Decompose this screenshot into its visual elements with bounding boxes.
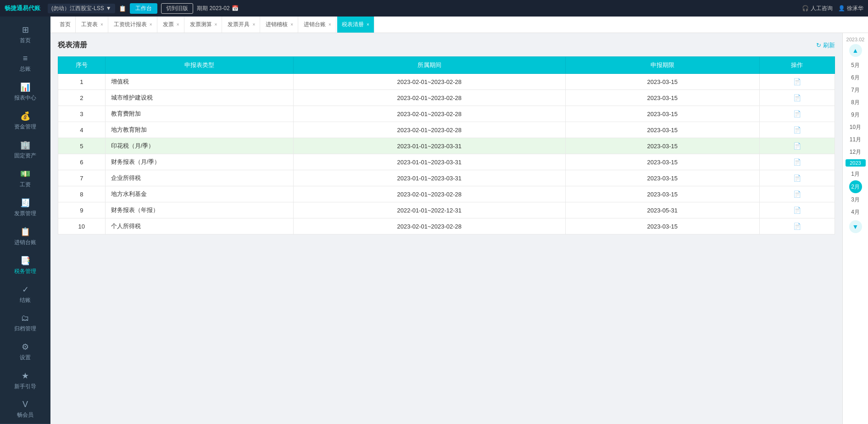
action-icon[interactable]: 📄 bbox=[793, 142, 801, 150]
cell-declare: 2023-03-15 bbox=[565, 90, 759, 106]
month-item[interactable]: 1月 bbox=[846, 168, 866, 180]
sidebar: ⊞首页≡总账📊报表中心💰资金管理🏢固定资产💵工资🧾发票管理📋进销台账📑税务管理✓… bbox=[0, 17, 50, 424]
page-content: 税表清册 ↻ 刷新 序号 申报表类型 所属期间 bbox=[50, 33, 868, 424]
company-selector[interactable]: (勿动）江西股宝-LSS ▼ bbox=[48, 4, 115, 13]
month-item[interactable]: 3月 bbox=[846, 194, 866, 206]
refresh-button[interactable]: ↻ 刷新 bbox=[816, 41, 835, 50]
cell-seq: 4 bbox=[58, 122, 106, 138]
cell-period: 2023-02-01~2023-02-28 bbox=[294, 218, 566, 234]
action-icon[interactable]: 📄 bbox=[793, 223, 801, 230]
tab-close-invoiceOpen[interactable]: × bbox=[252, 22, 255, 27]
month-active[interactable]: 2月 bbox=[849, 180, 862, 193]
sidebar-item-label: 固定资产 bbox=[14, 152, 36, 160]
table-row: 3 教育费附加 2023-02-01~2023-02-28 2023-03-15… bbox=[58, 106, 835, 122]
sidebar-item-report[interactable]: 📊报表中心 bbox=[0, 78, 50, 106]
tab-invoice[interactable]: 发票× bbox=[158, 17, 184, 33]
month-item[interactable]: 7月 bbox=[846, 84, 866, 96]
month-item[interactable]: 6月 bbox=[846, 72, 866, 84]
sidebar-item-label: 发票管理 bbox=[14, 210, 36, 218]
tab-close-salesCheck[interactable]: × bbox=[290, 22, 293, 27]
sidebar-item-label: 归档管理 bbox=[14, 325, 36, 333]
tab-payroll[interactable]: 工资表× bbox=[77, 17, 108, 33]
cell-period: 2023-02-01~2023-02-28 bbox=[294, 74, 566, 90]
action-icon[interactable]: 📄 bbox=[793, 190, 801, 198]
sidebar-item-archive[interactable]: 🗂归档管理 bbox=[0, 309, 50, 337]
action-icon[interactable]: 📄 bbox=[793, 158, 801, 166]
sidebar-item-ledger[interactable]: ≡总账 bbox=[0, 49, 50, 78]
sidebar-item-wage[interactable]: 💵工资 bbox=[0, 164, 50, 193]
sidebar-item-guide[interactable]: ★新手引导 bbox=[0, 366, 50, 395]
tab-label-invoiceCalc: 发票测算 bbox=[190, 21, 212, 28]
user-menu[interactable]: 👤 徐涿华 bbox=[838, 5, 863, 12]
month-item[interactable]: 11月 bbox=[846, 134, 866, 145]
sidebar-item-label: 首页 bbox=[20, 37, 31, 45]
main-layout: ⊞首页≡总账📊报表中心💰资金管理🏢固定资产💵工资🧾发票管理📋进销台账📑税务管理✓… bbox=[0, 17, 868, 424]
tab-salesCheck[interactable]: 进销稽核× bbox=[261, 17, 298, 33]
archive-icon: 🗂 bbox=[21, 313, 29, 323]
cell-type: 增值税 bbox=[105, 74, 293, 90]
copy-icon[interactable]: 📋 bbox=[119, 5, 126, 12]
tab-invoiceOpen[interactable]: 发票开具× bbox=[223, 17, 260, 33]
sidebar-item-settings[interactable]: ⚙设置 bbox=[0, 337, 50, 366]
cell-period: 2022-01-01~2022-12-31 bbox=[294, 202, 566, 218]
ledger-icon: ≡ bbox=[23, 54, 28, 63]
month-item[interactable]: 9月 bbox=[846, 109, 866, 121]
month-item[interactable]: 8月 bbox=[846, 96, 866, 108]
tab-taxClearance[interactable]: 税表清册× bbox=[337, 17, 374, 33]
scroll-down-button[interactable]: ▼ bbox=[849, 220, 862, 233]
tab-label-invoice: 发票 bbox=[163, 21, 174, 28]
table-row: 2 城市维护建设税 2023-02-01~2023-02-28 2023-03-… bbox=[58, 90, 835, 106]
tab-bar: 首页工资表×工资统计报表×发票×发票测算×发票开具×进销稽核×进销台账×税表清册… bbox=[50, 17, 868, 33]
cell-action: 📄 bbox=[759, 138, 835, 154]
tab-close-taxClearance[interactable]: × bbox=[367, 22, 369, 27]
asset-icon: 🏢 bbox=[20, 140, 30, 150]
right-panel: 2023.02 ▲ 5月6月7月8月9月10月11月12月20231月2月3月4… bbox=[842, 33, 868, 424]
sidebar-item-invoiceMgr[interactable]: 🧾发票管理 bbox=[0, 193, 50, 222]
cell-type: 个人所得税 bbox=[105, 218, 293, 234]
month-item[interactable]: 5月 bbox=[846, 59, 866, 71]
tab-close-invoiceCalc[interactable]: × bbox=[215, 22, 217, 27]
action-icon[interactable]: 📄 bbox=[793, 110, 801, 117]
sidebar-item-home[interactable]: ⊞首页 bbox=[0, 20, 50, 49]
tab-salesLedger[interactable]: 进销台账× bbox=[299, 17, 336, 33]
month-item[interactable]: 12月 bbox=[846, 146, 866, 158]
cell-action: 📄 bbox=[759, 186, 835, 202]
tab-home[interactable]: 首页 bbox=[55, 17, 76, 33]
sidebar-item-label: 总账 bbox=[20, 65, 31, 73]
table-row: 1 增值税 2023-02-01~2023-02-28 2023-03-15 📄 bbox=[58, 74, 835, 90]
action-icon[interactable]: 📄 bbox=[793, 78, 801, 85]
cell-declare: 2023-03-15 bbox=[565, 154, 759, 170]
tab-payrollReport[interactable]: 工资统计报表× bbox=[109, 17, 157, 33]
tab-label-salesLedger: 进销台账 bbox=[304, 21, 326, 28]
cell-declare: 2023-03-15 bbox=[565, 138, 759, 154]
month-item[interactable]: 4月 bbox=[846, 206, 866, 218]
action-icon[interactable]: 📄 bbox=[793, 94, 801, 101]
workbench-button[interactable]: 工作台 bbox=[130, 3, 157, 14]
switch-old-button[interactable]: 切到旧版 bbox=[161, 3, 193, 14]
table-row: 7 企业所得税 2023-01-01~2023-03-31 2023-03-15… bbox=[58, 170, 835, 186]
sidebar-item-fund[interactable]: 💰资金管理 bbox=[0, 106, 50, 135]
month-item[interactable]: 10月 bbox=[846, 121, 866, 133]
period-value: 2023-02 bbox=[210, 5, 230, 11]
ai-consult-btn[interactable]: 🎧 人工咨询 bbox=[802, 5, 833, 12]
action-icon[interactable]: 📄 bbox=[793, 206, 801, 214]
cell-type: 城市维护建设税 bbox=[105, 90, 293, 106]
cell-seq: 2 bbox=[58, 90, 106, 106]
tab-close-invoice[interactable]: × bbox=[177, 22, 179, 27]
guide-icon: ★ bbox=[22, 371, 29, 381]
action-icon[interactable]: 📄 bbox=[793, 126, 801, 134]
tab-invoiceCalc[interactable]: 发票测算× bbox=[185, 17, 223, 33]
sidebar-item-salesLedger[interactable]: 📋进销台账 bbox=[0, 222, 50, 251]
sidebar-item-asset[interactable]: 🏢固定资产 bbox=[0, 135, 50, 164]
tab-close-payrollReport[interactable]: × bbox=[150, 22, 152, 27]
cell-declare: 2023-03-15 bbox=[565, 218, 759, 234]
sidebar-item-settlement[interactable]: ✓结账 bbox=[0, 280, 50, 309]
scroll-up-button[interactable]: ▲ bbox=[849, 44, 862, 57]
calendar-icon[interactable]: 📅 bbox=[232, 5, 239, 11]
period-display: 期期 2023-02 📅 bbox=[197, 5, 239, 12]
tab-close-salesLedger[interactable]: × bbox=[328, 22, 331, 27]
tab-close-payroll[interactable]: × bbox=[100, 22, 103, 27]
sidebar-item-member[interactable]: V畅会员 bbox=[0, 395, 50, 424]
sidebar-item-taxMgr[interactable]: 📑税务管理 bbox=[0, 251, 50, 280]
action-icon[interactable]: 📄 bbox=[793, 174, 801, 182]
